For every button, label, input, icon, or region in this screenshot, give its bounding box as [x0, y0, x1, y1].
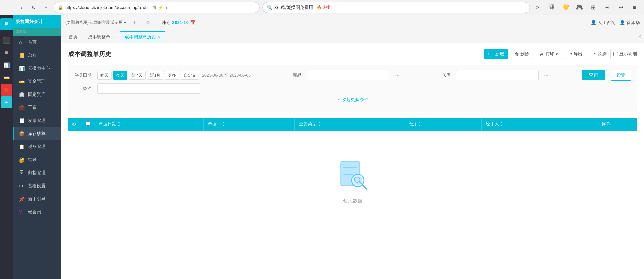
icon-sidebar-logo[interactable]: 畅	[0, 18, 13, 30]
delete-btn[interactable]: 🗑 删除	[511, 49, 533, 59]
reload-button[interactable]: ↻	[29, 3, 38, 12]
user-name: 徐泽华	[626, 20, 640, 26]
brightness-btn[interactable]: ☀	[601, 2, 612, 13]
home-button[interactable]: ⌂	[41, 3, 51, 12]
user-btn[interactable]: 👤 徐泽华	[620, 20, 640, 26]
warehouse-filter-dots[interactable]: ···	[544, 72, 549, 78]
search-bar[interactable]: 🔍 360智能抠图免费用 🔥热搜	[262, 2, 530, 13]
url-bar[interactable]: 🔒 https://cloud.chanjet.com/accounting/u…	[54, 2, 260, 13]
forward-button[interactable]: ›	[16, 3, 26, 12]
col-biz-type-header[interactable]: 业务类型 ▲ ▼	[294, 118, 404, 131]
scissors-btn[interactable]: ✂	[533, 2, 544, 13]
icon-sidebar-item-2[interactable]: ≡	[1, 47, 12, 58]
sidebar-item-funds[interactable]: 💳 资金管理	[13, 75, 61, 88]
col-doc-no-header[interactable]: 单据... ▲ ▼	[204, 118, 294, 131]
refresh-label: 刷新	[598, 51, 607, 57]
warehouse-filter-label: 仓库	[433, 72, 451, 78]
sidebar-item-reports[interactable]: 📊 云报表中心	[13, 62, 61, 75]
icon-sidebar-item-6[interactable]: ●	[1, 96, 12, 108]
tab-cost-adjust-history[interactable]: 成本调整单历史 ×	[120, 31, 165, 42]
date-btn-yesterday[interactable]: 昨天	[97, 71, 112, 80]
sidebar-item-home[interactable]: ⌂ 首页	[13, 36, 61, 49]
sidebar-item-closing[interactable]: 🔐 结账	[13, 153, 61, 166]
sort-up-icon: ▲	[318, 121, 321, 124]
sidebar-item-label: 工资	[28, 104, 37, 111]
tab-home[interactable]: 首页	[64, 31, 82, 42]
sidebar-item-ledger[interactable]: 📒 总账	[13, 49, 61, 62]
remark-filter-input[interactable]	[97, 83, 200, 94]
date-btn-custom[interactable]: 自定义	[181, 71, 199, 80]
col-warehouse-header[interactable]: 仓库 ▲ ▼	[404, 118, 482, 131]
translate-btn[interactable]: 译	[546, 2, 557, 13]
period-label: 账期	[162, 20, 171, 26]
warehouse-filter-input[interactable]	[456, 70, 539, 80]
goods-filter-dots[interactable]: ···	[395, 72, 399, 78]
show-cols-input[interactable]	[613, 52, 618, 56]
inventory-icon: 📦	[19, 131, 25, 136]
reports-icon: 📊	[19, 66, 25, 71]
show-cols-checkbox[interactable]: 显示明细	[613, 51, 637, 57]
col-settings-header[interactable]: ⚙	[68, 118, 81, 131]
col-checkbox-header[interactable]	[81, 118, 94, 131]
goods-filter-input[interactable]	[307, 70, 389, 80]
grid-btn[interactable]: ⊞	[588, 2, 599, 13]
sort-down-icon: ▼	[318, 124, 321, 127]
tab-cost-adjust[interactable]: 成本调整单 ×	[83, 31, 119, 42]
collapse-icon: ∧	[337, 97, 340, 102]
empty-state: 暂无数据	[68, 131, 637, 232]
date-btn-1month[interactable]: 近1月	[147, 71, 164, 80]
tab-cost-adjust-history-close[interactable]: ×	[158, 35, 160, 39]
tab-cost-adjust-close[interactable]: ×	[112, 35, 114, 39]
wallet-btn[interactable]: 💛	[560, 2, 571, 13]
game-btn[interactable]: 🎮	[574, 2, 585, 13]
filter-settings-btn[interactable]: 设置	[611, 70, 631, 81]
icon-sidebar-item-3[interactable]: 📊	[1, 59, 12, 71]
help-btn[interactable]: 👤 人工咨询	[591, 20, 615, 26]
settings-cog-btn[interactable]: ⚙	[143, 17, 154, 28]
date-btn-more[interactable]: 更多	[165, 71, 179, 80]
col-handler-header[interactable]: 经手人 ▲ ▼	[482, 118, 575, 131]
data-table: ⚙ 单据日期 ▲ ▼	[68, 118, 637, 232]
sidebar-item-archive[interactable]: 🗄 归档管理	[13, 166, 61, 179]
sidebar-item-member[interactable]: V 畅会员	[13, 205, 61, 219]
show-cols-label: 显示明细	[619, 51, 637, 57]
date-btn-today[interactable]: 今天	[113, 71, 127, 80]
close-all-tabs-btn[interactable]: ×	[638, 34, 641, 40]
add-btn[interactable]: + + 新增	[484, 49, 508, 59]
sidebar-item-guide[interactable]: 📌 新手引导	[13, 192, 61, 205]
query-btn[interactable]: 查询	[582, 70, 605, 80]
date-btn-7days[interactable]: 近7天	[129, 71, 146, 80]
icon-sidebar-item-5[interactable]: 🔴	[1, 84, 12, 96]
ledger-icon: 📒	[19, 53, 25, 58]
sidebar-item-label: 云报表中心	[28, 65, 50, 71]
select-all-checkbox[interactable]	[86, 121, 90, 126]
add-company-btn[interactable]: +	[129, 17, 140, 28]
sidebar-item-assets[interactable]: 🏢 固定资产	[13, 88, 61, 101]
back-button[interactable]: ‹	[4, 3, 14, 12]
calendar-icon[interactable]: 📅	[190, 20, 195, 25]
archive-icon: 🗄	[19, 170, 25, 176]
sidebar-item-invoice[interactable]: 🧾 发票管理	[13, 114, 61, 127]
assets-icon: 🏢	[19, 92, 25, 97]
refresh-btn[interactable]: ↻ 刷新	[589, 49, 611, 59]
collapse-btn[interactable]: ∧ 收起更多条件	[74, 97, 631, 103]
menu-btn[interactable]: ≡	[629, 2, 640, 13]
add-label: + 新增	[492, 51, 504, 57]
icon-sidebar-item-4[interactable]: 💳	[1, 71, 12, 83]
sidebar-item-tax[interactable]: 📋 税务管理	[13, 140, 61, 153]
icon-sidebar-item-1[interactable]: ⬛	[1, 34, 12, 46]
print-icon: 🖨	[540, 52, 544, 57]
print-btn[interactable]: 🖨 打印 ▾	[536, 49, 562, 59]
sort-down-icon: ▼	[500, 124, 503, 127]
export-btn[interactable]: ↗ 导出	[565, 49, 586, 59]
sidebar-item-salary[interactable]: 💼 工资	[13, 101, 61, 114]
sidebar-item-settings[interactable]: ⚙ 基础设置	[13, 179, 61, 192]
period-info: 账期 2021-10 📅	[162, 20, 195, 26]
export-label: 导出	[574, 51, 583, 57]
undo-btn[interactable]: ↩	[615, 2, 626, 13]
col-doc-date-header[interactable]: 单据日期 ▲ ▼	[94, 118, 204, 131]
company-selector[interactable]: (勿删勿禁用) 江西服宝测试专用 ▾	[65, 20, 126, 25]
sidebar-item-inventory[interactable]: 📦 库存核算	[13, 127, 61, 140]
add-icon: +	[487, 52, 490, 57]
logo-text: 畅	[5, 22, 8, 26]
